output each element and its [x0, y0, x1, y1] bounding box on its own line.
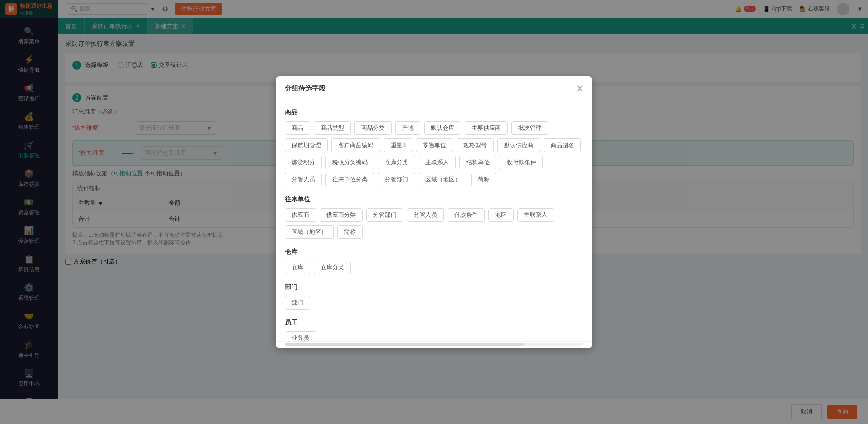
field-chip[interactable]: 分管人员	[407, 208, 444, 222]
field-chip[interactable]: 仓库分类	[314, 261, 351, 274]
modal-dialog: 分组待选字段 ✕ 商品 商品 商品类型 商品分类 产地 默认仓库 主要供应商 批…	[276, 76, 592, 348]
field-grid-employee: 业务员	[285, 331, 583, 341]
field-grid-partner: 供应商 供应商分类 分管部门 分管人员 付款条件 地区 主联系人 区域（地区） …	[285, 208, 583, 239]
modal-scrollbar-area	[276, 341, 592, 348]
field-chip[interactable]: 规格型号	[457, 138, 494, 152]
field-chip[interactable]: 批次管理	[511, 121, 548, 135]
field-chip[interactable]: 地区	[488, 208, 514, 222]
field-chip[interactable]: 默认供应商	[497, 138, 540, 152]
modal-header: 分组待选字段 ✕	[276, 76, 592, 101]
field-chip[interactable]: 重量3	[384, 138, 412, 152]
field-grid-product: 商品 商品类型 商品分类 产地 默认仓库 主要供应商 批次管理 保质期管理 客户…	[285, 121, 583, 186]
modal-body: 商品 商品 商品类型 商品分类 产地 默认仓库 主要供应商 批次管理 保质期管理…	[276, 101, 592, 341]
field-grid-warehouse: 仓库 仓库分类	[285, 261, 583, 274]
field-section-product: 商品 商品 商品类型 商品分类 产地 默认仓库 主要供应商 批次管理 保质期管理…	[285, 109, 583, 186]
field-chip[interactable]: 商品别名	[544, 138, 581, 152]
field-section-warehouse: 仓库 仓库 仓库分类	[285, 248, 583, 274]
field-chip[interactable]: 供应商分类	[320, 208, 363, 222]
modal-overlay: 分组待选字段 ✕ 商品 商品 商品类型 商品分类 产地 默认仓库 主要供应商 批…	[0, 0, 868, 424]
field-chip[interactable]: 炼货积分	[285, 156, 322, 169]
field-chip[interactable]: 分管部门	[366, 208, 403, 222]
field-chip[interactable]: 付款条件	[448, 208, 485, 222]
field-chip[interactable]: 部门	[285, 296, 310, 310]
field-chip[interactable]: 往来单位分类	[326, 173, 374, 186]
field-section-dept: 部门 部门	[285, 283, 583, 310]
modal-close-icon[interactable]: ✕	[576, 84, 583, 94]
section-title-warehouse: 仓库	[285, 248, 583, 256]
field-chip[interactable]: 简称	[337, 225, 363, 239]
field-chip[interactable]: 分管人员	[285, 173, 322, 186]
field-chip[interactable]: 收付款条件	[500, 156, 543, 169]
section-title-partner: 往来单位	[285, 195, 583, 204]
section-title-dept: 部门	[285, 283, 583, 291]
field-chip[interactable]: 仓库	[285, 261, 310, 274]
field-chip[interactable]: 商品	[285, 121, 310, 135]
section-title-employee: 员工	[285, 319, 583, 327]
field-chip[interactable]: 业务员	[285, 331, 316, 341]
field-chip[interactable]: 零售单位	[416, 138, 453, 152]
field-chip[interactable]: 供应商	[285, 208, 316, 222]
field-chip[interactable]: 主要供应商	[465, 121, 508, 135]
field-chip[interactable]: 分管部门	[378, 173, 415, 186]
field-chip[interactable]: 商品分类	[354, 121, 392, 135]
field-section-employee: 员工 业务员	[285, 319, 583, 341]
field-chip[interactable]: 主联系人	[517, 208, 554, 222]
field-chip[interactable]: 默认仓库	[424, 121, 461, 135]
field-chip[interactable]: 商品类型	[314, 121, 351, 135]
horizontal-scrollbar-thumb	[285, 343, 524, 346]
field-section-partner: 往来单位 供应商 供应商分类 分管部门 分管人员 付款条件 地区 主联系人 区域…	[285, 195, 583, 239]
field-chip[interactable]: 结算单位	[459, 156, 496, 169]
section-title-product: 商品	[285, 109, 583, 117]
field-chip[interactable]: 区域（地区）	[419, 173, 467, 186]
field-chip[interactable]: 保质期管理	[285, 138, 328, 152]
horizontal-scrollbar-track[interactable]	[285, 343, 583, 346]
field-chip[interactable]: 仓库分类	[378, 156, 415, 169]
field-chip[interactable]: 简称	[471, 173, 496, 186]
field-chip[interactable]: 税收分类编码	[326, 156, 374, 169]
field-chip[interactable]: 客户商品编码	[331, 138, 380, 152]
field-chip[interactable]: 主联系人	[419, 156, 456, 169]
field-grid-dept: 部门	[285, 296, 583, 310]
modal-title: 分组待选字段	[285, 84, 326, 93]
field-chip[interactable]: 区域（地区）	[285, 225, 334, 239]
field-chip[interactable]: 产地	[395, 121, 420, 135]
